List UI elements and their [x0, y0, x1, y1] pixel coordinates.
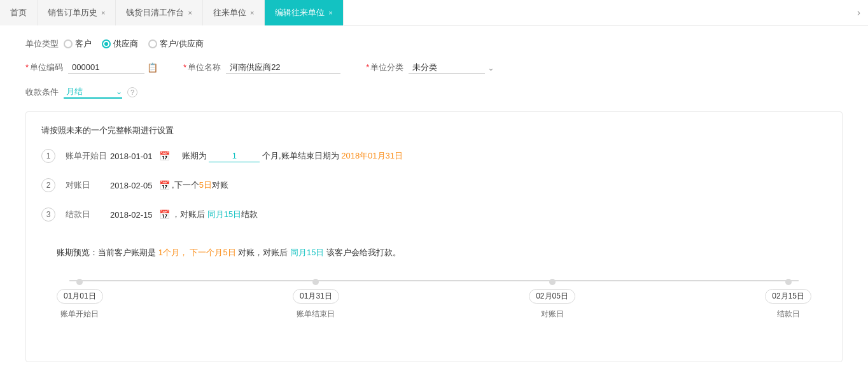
- unit-name-label: *单位名称: [183, 62, 221, 73]
- radio-supplier-label: 供应商: [113, 38, 138, 50]
- radio-both-circle: [148, 39, 157, 48]
- step-num-2: 2: [41, 178, 55, 192]
- preview-part4: 同月15日: [290, 248, 324, 257]
- step-desc-suffix-1: 个月,账单结束日期为: [260, 150, 341, 162]
- tab-partner-label: 往来单位: [213, 7, 246, 18]
- settings-card: 请按照未来的一个完整帐期进行设置 1 账单开始日 2018-01-01 📅 账期…: [25, 111, 843, 362]
- tab-home[interactable]: 首页: [0, 0, 38, 25]
- unit-type-row: 单位类型 客户 供应商 客户/供应商: [25, 38, 843, 50]
- timeline-label-0: 账单开始日: [60, 309, 99, 320]
- tab-partner-close[interactable]: ×: [250, 9, 254, 17]
- step-desc-2: ,下一个: [170, 179, 199, 191]
- tabs-bar: 首页 销售订单历史 × 钱货日清工作台 × 往来单位 × 编辑往来单位 × ›: [0, 0, 868, 25]
- unit-info-row: *单位编码 📋 *单位名称 *单位分类 ⌄: [25, 61, 843, 74]
- preview-part3: 对账，对账后: [238, 248, 288, 257]
- step-row-2: 2 对账日 2018-02-05 📅 ,下一个 5日 对账: [41, 178, 827, 192]
- payment-select-wrapper: 月结 ⌄: [64, 85, 122, 99]
- unit-category-dropdown-icon[interactable]: ⌄: [487, 63, 494, 73]
- radio-customer[interactable]: 客户: [64, 38, 92, 50]
- period-end-date: 2018年01月31日: [341, 150, 403, 162]
- step-label-2: 对账日: [66, 179, 110, 191]
- unit-name-star: *: [183, 62, 186, 72]
- timeline-container: 01月01日 账单开始日 01月31日 账单结束日 02月05日 对账日: [57, 274, 811, 339]
- payment-terms-label: 收款条件: [25, 87, 59, 98]
- unit-category-input[interactable]: [409, 61, 485, 74]
- radio-supplier[interactable]: 供应商: [102, 38, 138, 50]
- payment-terms-chevron-icon: ⌄: [116, 87, 122, 96]
- period-months-input[interactable]: [209, 150, 260, 162]
- unit-name-input[interactable]: [226, 61, 340, 74]
- radio-supplier-circle: [102, 39, 111, 48]
- step-row-3: 3 结款日 2018-02-15 📅 ，对账后 同月15日 结款: [41, 208, 827, 222]
- preview-section: 账期预览：当前客户账期是 1个月， 下一个月5日 对账，对账后 同月15日 该客…: [41, 237, 827, 349]
- preview-label: 账期预览：当前客户账期是: [57, 248, 156, 257]
- tab-cash-work-close[interactable]: ×: [188, 9, 192, 17]
- step-desc-suffix-2: 对账: [212, 179, 228, 191]
- step-desc-prefix-1: 账期为: [178, 150, 209, 162]
- payment-terms-help-icon[interactable]: ?: [127, 87, 137, 97]
- unit-category-label: *单位分类: [366, 62, 403, 73]
- step-calendar-icon-3[interactable]: 📅: [159, 209, 170, 220]
- step-calendar-icon-1[interactable]: 📅: [159, 151, 170, 161]
- step-date-2: 2018-02-05: [110, 181, 153, 190]
- timeline-date-2: 02月05日: [529, 289, 575, 304]
- step-calendar-icon-2[interactable]: 📅: [159, 180, 170, 190]
- payment-day-highlight: 同月15日: [207, 209, 241, 220]
- timeline-label-3: 结款日: [777, 309, 800, 320]
- step-desc-3: ，对账后: [170, 209, 207, 220]
- unit-category-star: *: [366, 62, 369, 72]
- step-desc-suffix-3: 结款: [241, 209, 258, 220]
- timeline-node-2: 02月05日 对账日: [529, 279, 575, 320]
- tab-edit-partner-close[interactable]: ×: [328, 9, 332, 17]
- unit-name-group: *单位名称: [183, 61, 340, 74]
- unit-code-star: *: [25, 62, 29, 72]
- timeline-dot-0: [76, 279, 83, 285]
- step-label-3: 结款日: [66, 209, 110, 220]
- tab-edit-partner-label: 编辑往来单位: [275, 7, 325, 18]
- unit-code-copy-icon[interactable]: 📋: [147, 62, 158, 73]
- timeline-node-0: 01月01日 账单开始日: [57, 279, 103, 320]
- tab-edit-partner[interactable]: 编辑往来单位 ×: [265, 0, 343, 25]
- payment-terms-row: 收款条件 月结 ⌄ ?: [25, 85, 843, 99]
- page-content: 单位类型 客户 供应商 客户/供应商 *单位编码 📋: [0, 25, 868, 387]
- radio-both-label: 客户/供应商: [160, 38, 204, 50]
- unit-code-label: *单位编码: [25, 62, 63, 73]
- timeline-date-1: 01月31日: [293, 289, 339, 304]
- unit-type-radio-group: 客户 供应商 客户/供应商: [64, 38, 204, 50]
- step-date-1: 2018-01-01: [110, 151, 153, 161]
- tab-sales-history-label: 销售订单历史: [48, 7, 97, 18]
- radio-customer-label: 客户: [75, 38, 92, 50]
- step-num-3: 3: [41, 208, 55, 222]
- timeline-date-3: 02月15日: [765, 289, 811, 304]
- tab-cash-work[interactable]: 钱货日清工作台 ×: [116, 0, 202, 25]
- timeline-nodes: 01月01日 账单开始日 01月31日 账单结束日 02月05日 对账日: [57, 279, 811, 320]
- unit-category-group: *单位分类 ⌄: [366, 61, 494, 74]
- timeline-dot-3: [785, 279, 792, 285]
- timeline-node-1: 01月31日 账单结束日: [293, 279, 339, 320]
- tab-more-button[interactable]: ›: [850, 7, 868, 18]
- tab-partner[interactable]: 往来单位 ×: [203, 0, 265, 25]
- timeline-date-0: 01月01日: [57, 289, 103, 304]
- payment-terms-select[interactable]: 月结: [64, 85, 115, 97]
- tab-sales-history-close[interactable]: ×: [101, 9, 105, 17]
- radio-both[interactable]: 客户/供应商: [148, 38, 204, 50]
- reconcile-day-highlight: 5日: [199, 179, 212, 191]
- preview-part2: 下一个月5日: [190, 248, 235, 257]
- preview-part1: 1个月，: [158, 248, 188, 257]
- timeline-label-1: 账单结束日: [297, 309, 335, 320]
- unit-code-group: *单位编码 📋: [25, 61, 158, 74]
- card-title: 请按照未来的一个完整帐期进行设置: [41, 125, 827, 136]
- timeline-label-2: 对账日: [541, 309, 564, 320]
- step-num-1: 1: [41, 149, 55, 163]
- step-label-1: 账单开始日: [66, 150, 110, 162]
- unit-type-label: 单位类型: [25, 38, 59, 50]
- preview-part5: 该客户会给我打款。: [326, 248, 401, 257]
- step-row-1: 1 账单开始日 2018-01-01 📅 账期为 个月,账单结束日期为 2018…: [41, 149, 827, 163]
- tab-cash-work-label: 钱货日清工作台: [126, 7, 184, 18]
- unit-code-input[interactable]: [68, 61, 144, 74]
- timeline-dot-2: [549, 279, 556, 285]
- radio-customer-circle: [64, 39, 73, 48]
- tab-sales-history[interactable]: 销售订单历史 ×: [38, 0, 116, 25]
- step-date-3: 2018-02-15: [110, 210, 153, 220]
- tab-home-label: 首页: [10, 7, 27, 18]
